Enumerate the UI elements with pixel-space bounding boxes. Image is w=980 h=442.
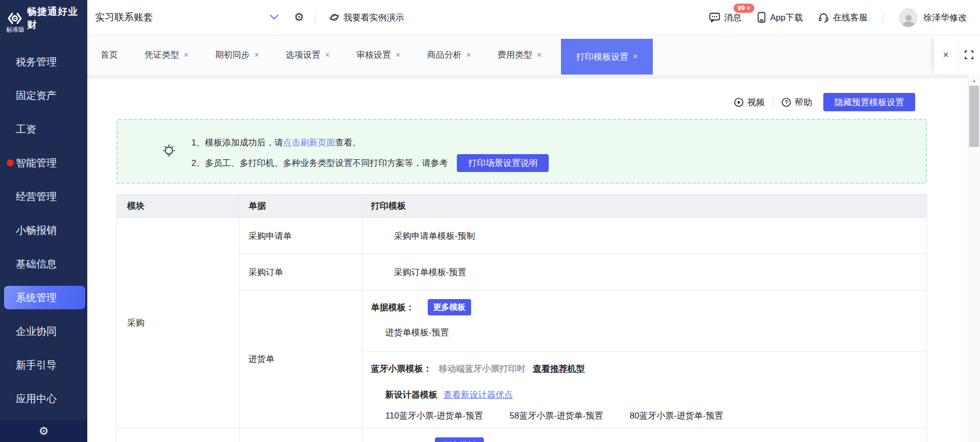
sidebar-item-enterprise[interactable]: 企业协同 [0, 314, 87, 348]
page-toolbar: 视频 ? 帮助 隐藏预置模板设置 [734, 93, 915, 111]
brand-logo-icon [6, 10, 23, 27]
sidebar-item-label: 税务管理 [16, 55, 57, 69]
tab-audit-settings[interactable]: 审核设置× [356, 49, 400, 61]
svg-text:?: ? [785, 99, 788, 105]
tab-initial-sync[interactable]: 期初同步× [215, 49, 259, 61]
account-name: 实习联系账套 [95, 11, 153, 24]
sidebar-item-system-mgmt[interactable]: 系统管理 [4, 286, 85, 309]
doc-template-label: 单据模板： [371, 302, 414, 313]
notice-box: 1、模板添加成功后，请点击刷新页面查看。 2、多员工、多打印机、多种业务类型设置… [116, 119, 927, 184]
tab-label: 首页 [101, 49, 118, 61]
table-row-partial: 更多模板 [117, 428, 927, 442]
app-download-label: App下载 [770, 12, 803, 23]
column-header-template: 打印模板 [362, 194, 927, 218]
sidebar-item-guide[interactable]: 新手引导 [0, 348, 87, 382]
template-cell: 更多模板 [362, 428, 927, 442]
sidebar-item-label: 新手引导 [16, 358, 57, 372]
refresh-page-link[interactable]: 点击刷新页面 [283, 138, 335, 148]
sidebar-item-business-mgmt[interactable]: 经营管理 [0, 180, 87, 213]
tab-print-template-settings[interactable]: 打印模板设置× [561, 39, 653, 75]
app-download-button[interactable]: App下载 [757, 12, 803, 23]
close-page-button[interactable]: × [934, 35, 958, 75]
module-cell: 采购 [117, 218, 240, 428]
globe-icon [329, 12, 339, 22]
sidebar-item-payroll[interactable]: 工资 [0, 112, 87, 146]
tab-label: 审核设置 [356, 49, 391, 61]
fullscreen-button[interactable] [958, 35, 980, 75]
table-header-row: 模块 单据 打印模板 [117, 194, 927, 218]
tab-voucher-type[interactable]: 凭证类型× [144, 49, 188, 61]
print-scene-guide-button[interactable]: 打印场景设置说明 [457, 154, 549, 172]
user-name: 徐泽华修改 [923, 12, 967, 23]
close-icon[interactable]: × [254, 51, 259, 60]
brand-name: 畅捷通好业财 [27, 5, 87, 32]
demo-link[interactable]: 我要看实例演示 [329, 12, 404, 23]
close-icon[interactable]: × [184, 51, 188, 60]
column-header-module: 模块 [117, 194, 240, 218]
tab-expense-type[interactable]: 费用类型× [498, 49, 542, 61]
demo-label: 我要看实例演示 [344, 12, 404, 23]
template-name[interactable]: 采购订单模板-预置 [371, 266, 467, 278]
sidebar-item-label: 应用中心 [16, 392, 57, 406]
bt-template-item[interactable]: 80蓝牙小票-进货单-预置 [630, 410, 723, 422]
sidebar-settings-button[interactable]: ⚙ [0, 420, 87, 442]
doc-cell [240, 428, 362, 442]
tab-options[interactable]: 选项设置× [286, 49, 330, 61]
scrollbar-thumb[interactable] [969, 86, 979, 147]
account-select[interactable]: 实习联系账套 [95, 11, 279, 24]
close-icon[interactable]: × [396, 51, 400, 60]
bt-template-item[interactable]: 58蓝牙小票-进货单-预置 [509, 410, 603, 422]
bluetooth-hint: 移动端蓝牙小票打印时 [439, 363, 526, 375]
lightbulb-icon [161, 144, 177, 160]
template-cell: 采购申请单模板-预制 [362, 218, 927, 254]
sidebar-item-label: 智能管理 [16, 156, 57, 170]
help-link[interactable]: ? 帮助 [781, 96, 812, 108]
close-icon[interactable]: × [466, 51, 471, 60]
messages-label: 消息 [724, 12, 742, 23]
sidebar-item-app-center[interactable]: 应用中心 [0, 382, 87, 415]
close-icon[interactable]: × [325, 51, 330, 60]
template-name[interactable]: 进货单模板-预置 [385, 327, 926, 338]
notice-line2: 2、多员工、多打印机、多种业务类型设置不同打印方案等，请参考 打印场景设置说明 [191, 154, 549, 172]
messages-button[interactable]: 消息 99 + [709, 12, 742, 23]
tab-label: 选项设置 [286, 49, 321, 61]
gear-icon[interactable]: ⚙ [294, 12, 304, 23]
doc-cell: 采购订单 [240, 254, 362, 290]
table-row: 进货单 单据模板： 更多模板 进货单模板-预置 [240, 290, 927, 428]
more-templates-button[interactable]: 更多模板 [435, 437, 484, 442]
chevron-down-icon [270, 14, 279, 20]
vertical-scrollbar[interactable]: ▲ [968, 75, 980, 442]
template-cell: 采购订单模板-预置 [362, 254, 927, 290]
tab-home[interactable]: 首页 [101, 49, 118, 61]
close-icon[interactable]: × [633, 52, 638, 61]
tab-product-analysis[interactable]: 商品分析× [427, 49, 471, 61]
bluetooth-template-list: 110蓝牙小票-进货单-预置 58蓝牙小票-进货单-预置 80蓝牙小票-进货单-… [385, 410, 926, 422]
more-templates-button[interactable]: 更多模板 [428, 299, 471, 315]
sidebar-item-expense[interactable]: 小畅报销 [0, 213, 87, 247]
notice-line2-text: 2、多员工、多打印机、多种业务类型设置不同打印方案等，请参考 [191, 154, 448, 172]
topbar-divider [315, 11, 316, 24]
doc-cell: 采购申请单 [240, 218, 362, 254]
sidebar-item-basic-info[interactable]: 基础信息 [0, 247, 87, 281]
user-menu[interactable]: 徐泽华修改 [899, 8, 967, 27]
sidebar-item-fixed-assets[interactable]: 固定资产 [0, 79, 87, 112]
scrollbar-up-arrow-icon[interactable]: ▲ [968, 78, 980, 83]
sidebar-item-label: 系统管理 [16, 291, 57, 305]
template-name[interactable]: 采购申请单模板-预制 [371, 230, 475, 242]
hide-preset-template-button[interactable]: 隐藏预置模板设置 [823, 93, 915, 111]
headset-icon [818, 12, 829, 23]
online-service-button[interactable]: 在线客服 [818, 12, 868, 23]
tab-label: 凭证类型 [144, 49, 179, 61]
tab-label: 打印模板设置 [576, 51, 628, 63]
sidebar-item-tax[interactable]: 税务管理 [0, 45, 87, 79]
sidebar-item-smart-mgmt[interactable]: 智能管理 [0, 146, 87, 180]
video-link[interactable]: 视频 [734, 96, 765, 108]
bt-template-item[interactable]: 110蓝牙小票-进货单-预置 [385, 410, 483, 422]
app-window: 畅捷通好业财 标准版 实习联系账套 ⚙ 我要看实例演示 [0, 0, 980, 442]
recommended-models-link[interactable]: 查看推荐机型 [533, 363, 585, 375]
avatar [899, 8, 918, 27]
close-icon[interactable]: × [537, 51, 542, 60]
designer-benefits-link[interactable]: 查看新设计器优点 [444, 389, 513, 401]
notice-line1-suffix: 查看。 [335, 138, 361, 148]
notice-line1-prefix: 1、模板添加成功后，请 [191, 138, 283, 148]
